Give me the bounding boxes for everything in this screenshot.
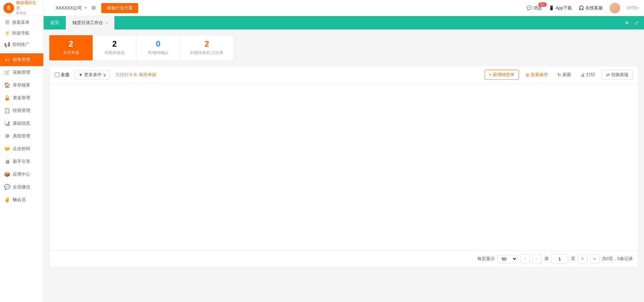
- last-page-button[interactable]: »: [590, 254, 599, 263]
- company-selector[interactable]: XXXXXX公司 ▼: [56, 5, 87, 11]
- sidebar-wechat-label: 企业微信: [13, 184, 30, 190]
- found-prefix: 共找到: [115, 72, 128, 77]
- sidebar-guide-label: 新手引导: [13, 159, 30, 165]
- app-download-icon: 📱: [549, 5, 554, 10]
- member-icon: ✌: [4, 197, 10, 203]
- print-button[interactable]: 🖨 打印: [578, 70, 598, 79]
- online-service-button[interactable]: 🎧 在线客服: [579, 5, 603, 11]
- sidebar-inventory-label: 库存核算: [13, 82, 30, 88]
- sidebar-base-label: 基础信息: [13, 120, 30, 126]
- tab-home-label: 首页: [50, 20, 59, 26]
- tab-bar: 首页 钱货日清工作台 × ✕ ⤢: [44, 16, 644, 29]
- sidebar-item-inventory[interactable]: 🏠 库存核算: [0, 79, 43, 92]
- switch-version-button[interactable]: ⇄ 切换新版: [602, 70, 633, 80]
- sidebar-item-enterprise[interactable]: 🤝 企业协同: [0, 142, 43, 155]
- stat-card-shipped[interactable]: 2 到期未收款 已出库: [180, 35, 233, 60]
- refresh-button[interactable]: ↻ 刷新: [555, 70, 574, 79]
- search-icon: ☰: [4, 19, 10, 25]
- avatar-image: [609, 3, 620, 13]
- operations-icon: 📋: [4, 108, 10, 114]
- sidebar-quick-nav[interactable]: ⚡ 快捷导航: [0, 27, 43, 39]
- page-size-select[interactable]: 50 100 200: [497, 255, 518, 263]
- app-logo-icon: 6: [3, 3, 14, 13]
- settings-button[interactable]: ⚙: [91, 5, 96, 11]
- sidebar-promo[interactable]: 📢 营销推广: [0, 39, 43, 50]
- trial-button[interactable]: 体验行业方案: [101, 3, 138, 13]
- sidebar-item-wechat[interactable]: 💬 企业微信: [0, 181, 43, 193]
- stat-shipped-label: 到期未收款 已出库: [190, 50, 223, 55]
- tab-bar-actions: ✕ ⤢: [623, 18, 644, 27]
- sidebar-operations-label: 经营管理: [13, 108, 30, 114]
- quick-nav-label: 快捷导航: [12, 30, 30, 36]
- company-name: XXXXXX公司: [56, 5, 82, 11]
- tab-close-icon[interactable]: ×: [106, 21, 108, 25]
- first-page-button[interactable]: «: [520, 254, 530, 263]
- sidebar-finance-label: 资金管理: [13, 95, 30, 101]
- sidebar-appstore-label: 应用中心: [13, 171, 30, 177]
- print-label: 打印: [586, 72, 595, 78]
- prev-page-button[interactable]: <: [532, 254, 542, 263]
- avatar[interactable]: [609, 3, 620, 13]
- sidebar-item-guide[interactable]: 🖥 新手引导: [0, 155, 43, 168]
- messages-button[interactable]: 💬 消息 99+: [527, 5, 542, 11]
- new-sale-label: + 新增销货单: [489, 72, 515, 78]
- enterprise-icon: 🤝: [4, 146, 10, 152]
- batch-ops-button[interactable]: ⊞ 批量操作: [523, 70, 551, 79]
- batch-ops-icon: ⊞: [526, 72, 529, 77]
- page-size-text: 每页显示: [477, 256, 495, 262]
- sales-icon: 🏷: [4, 57, 10, 63]
- app-name: 畅捷通好生意: [16, 0, 40, 11]
- sidebar-enterprise-label: 企业协同: [13, 146, 30, 152]
- settings-icon: ⚙: [91, 5, 96, 11]
- sidebar-item-purchase[interactable]: 🛒 采购管理: [0, 66, 43, 79]
- page-of-label: 页: [571, 256, 575, 262]
- refresh-label: 刷新: [562, 72, 571, 78]
- filter-bar: 全选 ▼ 更多条件 ∨ 共找到 0 条 相关单据 + 新增销货单 ⊞ 批量操作 …: [49, 66, 639, 83]
- guide-icon: 🖥: [4, 159, 10, 165]
- switch-icon: ⇄: [606, 72, 610, 77]
- sidebar-item-appstore[interactable]: 📦 应用中心: [0, 168, 43, 181]
- tab-bar-close-button[interactable]: ✕: [623, 18, 630, 27]
- page-label: 第: [544, 256, 549, 262]
- sidebar-item-system[interactable]: ⚙ 系统管理: [0, 130, 43, 142]
- app-version: 标准版: [16, 11, 40, 15]
- found-unit: 条: [133, 72, 138, 77]
- sidebar-search[interactable]: ☰ 搜索菜单: [0, 16, 43, 27]
- tab-worktable-label: 钱货日清工作台: [72, 20, 103, 26]
- app-download-button[interactable]: 📱 App下载: [549, 5, 572, 11]
- select-all-input[interactable]: [55, 72, 59, 77]
- page-number-input[interactable]: [551, 254, 568, 263]
- username[interactable]: OfTEn: [627, 6, 639, 10]
- tab-bar-fullscreen-button[interactable]: ⤢: [633, 18, 640, 27]
- sidebar-item-base[interactable]: 📊 基础信息: [0, 117, 43, 130]
- new-sale-button[interactable]: + 新增销货单: [485, 70, 519, 80]
- chevron-down-icon: ∨: [103, 72, 106, 77]
- sidebar-item-finance[interactable]: 🔒 资金管理: [0, 92, 43, 104]
- header-right: 💬 消息 99+ 📱 App下载 🎧 在线客服 OfTEn: [527, 3, 639, 13]
- stat-card-all[interactable]: 2 全部单据: [49, 35, 93, 60]
- sidebar-item-operations[interactable]: 📋 经营管理: [0, 104, 43, 117]
- stat-card-wangpu[interactable]: 0 旺铺待确认: [137, 35, 180, 60]
- sidebar-sales-label: 销售管理: [13, 57, 30, 63]
- promo-label: 营销推广: [12, 42, 30, 48]
- tab-home[interactable]: 首页: [44, 16, 66, 29]
- next-page-button[interactable]: >: [578, 254, 587, 263]
- pagination-summary: 共0页，0条记录: [602, 256, 633, 262]
- sidebar: 6 畅捷通好生意 标准版 ☰ 搜索菜单 ⚡ 快捷导航 📢 营销推广 🏷 销售管理…: [0, 0, 44, 302]
- select-all-checkbox[interactable]: 全选: [55, 72, 69, 78]
- more-conditions-label: 更多条件: [84, 72, 102, 78]
- company-dropdown-arrow: ▼: [84, 6, 87, 10]
- more-conditions-button[interactable]: ▼ 更多条件 ∨: [75, 70, 110, 79]
- main-content: 2 全部单据 2 到期未收款 0 旺铺待确认 2 到期未收款 已出库 全选 ▼ …: [44, 29, 644, 302]
- tab-worktable[interactable]: 钱货日清工作台 ×: [66, 16, 114, 29]
- purchase-icon: 🛒: [4, 69, 10, 75]
- stat-card-overdue[interactable]: 2 到期未收款: [93, 35, 137, 60]
- sidebar-item-sales[interactable]: 🏷 销售管理: [0, 53, 43, 66]
- stat-shipped-number: 2: [190, 40, 223, 48]
- found-link[interactable]: 相关单据: [139, 72, 156, 77]
- sidebar-item-member[interactable]: ✌ 畅会员: [0, 193, 43, 206]
- appstore-icon: 📦: [4, 171, 10, 177]
- found-count: 0: [130, 72, 132, 77]
- messages-badge: 99+: [538, 2, 547, 7]
- print-icon: 🖨: [581, 72, 585, 77]
